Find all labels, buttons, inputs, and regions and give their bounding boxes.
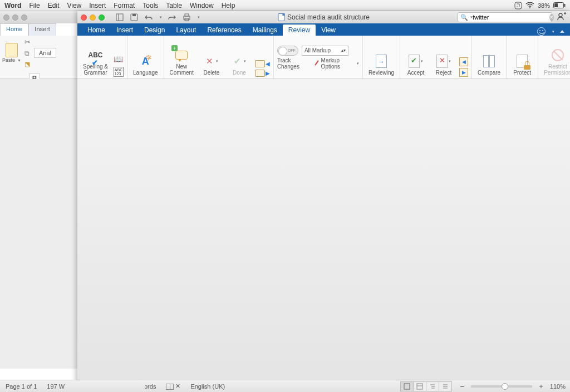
zoom-slider[interactable]: [471, 385, 532, 388]
tab-design[interactable]: Design: [139, 24, 170, 36]
tab-home[interactable]: Home: [82, 24, 111, 36]
menu-tools[interactable]: Tools: [142, 2, 158, 9]
zoom-in-button[interactable]: +: [537, 382, 546, 390]
qat-customize-dropdown[interactable]: ▾: [198, 15, 200, 19]
markup-options-button[interactable]: Markup Options▾: [313, 57, 359, 70]
tab-references[interactable]: References: [202, 24, 247, 36]
track-changes-toggle[interactable]: OFF: [277, 46, 298, 56]
svg-rect-9: [132, 14, 136, 16]
bg-tab-home[interactable]: Home: [0, 23, 28, 36]
svg-rect-17: [417, 384, 422, 389]
view-print-layout-icon[interactable]: [400, 381, 414, 391]
done-comment-button: ✔▾ Done: [227, 38, 252, 77]
bg-traffic-min[interactable]: [12, 14, 18, 21]
search-input[interactable]: [473, 14, 549, 21]
bg-paste-label[interactable]: Paste: [2, 57, 15, 63]
protect-button[interactable]: Protect: [510, 38, 534, 77]
next-comment-icon[interactable]: ▶: [255, 70, 270, 77]
svg-rect-11: [185, 14, 189, 16]
bg-status-page[interactable]: Page 1 of 1: [6, 383, 37, 390]
svg-point-13: [559, 13, 562, 17]
wifi-icon[interactable]: [525, 2, 534, 9]
language-button[interactable]: Language: [131, 38, 160, 77]
restrict-permission-button: Restrict Permission: [542, 38, 570, 77]
previous-comment-icon[interactable]: ◀: [255, 60, 270, 67]
status-do-not-disturb-icon[interactable]: [514, 2, 522, 9]
group-protect: Protect: [507, 36, 538, 79]
menu-file[interactable]: File: [29, 2, 40, 9]
svg-rect-16: [404, 384, 410, 389]
mac-menubar: Word File Edit View Insert Format Tools …: [0, 0, 570, 11]
tab-insert[interactable]: Insert: [111, 24, 139, 36]
group-changes: ▾ Accept ▾ Reject ◀ ▶: [400, 36, 472, 79]
feedback-icon[interactable]: [537, 27, 546, 36]
bg-status-bar: Page 1 of 1 197 W: [0, 380, 145, 392]
markup-display-selector[interactable]: All Markup▴▾: [302, 46, 348, 56]
qat-undo-dropdown[interactable]: ▾: [160, 15, 162, 19]
word-count-icon[interactable]: ABC123: [114, 67, 124, 77]
thesaurus-icon[interactable]: 📖: [114, 55, 124, 65]
qat-redo-icon[interactable]: [168, 13, 176, 22]
traffic-close[interactable]: [81, 14, 87, 21]
traffic-minimize[interactable]: [90, 14, 96, 21]
accept-button[interactable]: ▾ Accept: [404, 38, 428, 77]
share-icon[interactable]: [557, 12, 567, 23]
view-outline-icon[interactable]: [426, 381, 439, 391]
status-bar: Page 1 of 1 1893 Words ✕ English (UK) − …: [77, 380, 570, 392]
new-comment-button[interactable]: + New Comment: [168, 38, 196, 77]
reject-button[interactable]: ▾ Reject: [431, 38, 456, 77]
menu-edit[interactable]: Edit: [48, 2, 60, 9]
bg-traffic-max[interactable]: [21, 14, 27, 21]
svg-rect-0: [515, 2, 522, 9]
view-draft-icon[interactable]: [439, 381, 452, 391]
group-comments: + New Comment ✕▾ Delete ✔▾ Done ◀ ▶: [164, 36, 274, 79]
battery-icon[interactable]: [553, 2, 566, 8]
menu-table[interactable]: Table: [166, 2, 182, 9]
menu-view[interactable]: View: [67, 2, 81, 9]
collapse-ribbon-icon[interactable]: [560, 30, 564, 33]
menu-help[interactable]: Help: [222, 2, 235, 9]
search-clear-icon[interactable]: ✕: [549, 14, 554, 21]
document-title: Social media audit structure: [287, 13, 370, 21]
next-change-icon[interactable]: ▶: [459, 68, 468, 77]
zoom-out-button[interactable]: −: [458, 382, 466, 391]
battery-percent: 38%: [538, 2, 550, 9]
foreground-window: ▾ ▾ Social media audit structure 🔍▾ ✕ Ho…: [77, 11, 570, 392]
qat-save-icon[interactable]: [130, 13, 139, 22]
tab-layout[interactable]: Layout: [170, 24, 202, 36]
bg-traffic-close[interactable]: [3, 14, 9, 21]
tab-view[interactable]: View: [316, 24, 341, 36]
svg-rect-6: [116, 14, 123, 21]
delete-comment-button[interactable]: ✕▾ Delete: [199, 38, 224, 77]
compare-button[interactable]: Compare: [475, 38, 503, 77]
bg-font-selector[interactable]: Arial: [34, 48, 56, 58]
qat-print-icon[interactable]: [182, 13, 191, 22]
menu-window[interactable]: Window: [190, 2, 214, 9]
qat-undo-icon[interactable]: [144, 13, 153, 22]
view-web-layout-icon[interactable]: [413, 381, 426, 391]
search-box[interactable]: 🔍▾ ✕: [458, 12, 552, 22]
scissors-icon[interactable]: ✂: [24, 38, 31, 46]
previous-change-icon[interactable]: ◀: [459, 57, 468, 66]
menu-format[interactable]: Format: [114, 2, 135, 9]
app-name[interactable]: Word: [4, 2, 21, 9]
status-language[interactable]: English (UK): [190, 383, 225, 390]
format-painter-icon[interactable]: ⬔: [24, 61, 31, 68]
menu-insert[interactable]: Insert: [89, 2, 106, 9]
bg-status-words[interactable]: 197 W: [47, 383, 65, 390]
bg-tab-insert[interactable]: Insert: [28, 23, 56, 36]
ribbon-tabs: Home Insert Design Layout References Mai…: [77, 23, 570, 36]
track-changes-label[interactable]: Track Changes: [277, 57, 309, 70]
traffic-zoom[interactable]: [99, 14, 105, 21]
tab-review[interactable]: Review: [283, 24, 316, 36]
document-area[interactable]: [77, 79, 570, 392]
status-spellcheck-icon[interactable]: ✕: [166, 383, 180, 390]
group-restrict: Restrict Permission: [538, 36, 570, 79]
reviewing-pane-button[interactable]: → Reviewing: [366, 38, 396, 77]
qat-template-icon[interactable]: [115, 13, 124, 22]
zoom-level[interactable]: 110%: [550, 383, 566, 390]
copy-icon[interactable]: ⧉: [24, 50, 31, 57]
fg-titlebar: ▾ ▾ Social media audit structure 🔍▾ ✕: [77, 11, 570, 23]
spelling-grammar-button[interactable]: ABC Spelling & Grammar: [81, 38, 110, 77]
tab-mailings[interactable]: Mailings: [247, 24, 283, 36]
